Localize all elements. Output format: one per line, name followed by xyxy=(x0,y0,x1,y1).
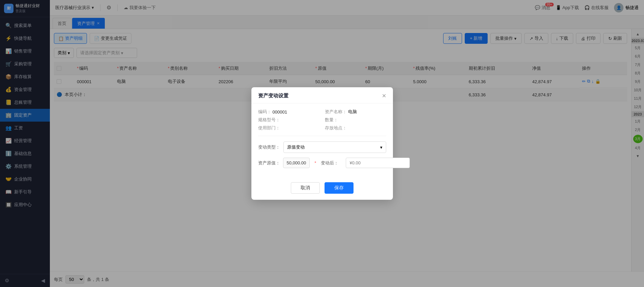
dialog-location-label: 存放地点： xyxy=(325,125,347,131)
original-value-display: 50,000.00 xyxy=(283,158,310,168)
change-type-value: 原值变动 xyxy=(287,144,305,150)
dialog-asset-name-label: 资产名称： xyxy=(325,109,347,115)
dialog-department-label: 使用部门： xyxy=(258,125,280,131)
cancel-button[interactable]: 取消 xyxy=(291,182,320,194)
dialog-asset-name-value: 电脑 xyxy=(348,109,357,115)
dialog-code-field: 编码： 000001 xyxy=(258,109,319,115)
dialog-asset-name-field: 资产名称： 电脑 xyxy=(325,109,386,115)
dialog-spec-field: 规格型号： xyxy=(258,117,319,123)
dialog-spec-label: 规格型号： xyxy=(258,117,280,123)
dialog-department-field: 使用部门： xyxy=(258,125,319,131)
dialog-overlay: 资产变动设置 ✕ 编码： 000001 资产名称： 电脑 规格型号： 数 xyxy=(0,0,644,287)
dialog-title: 资产变动设置 xyxy=(258,93,288,99)
change-type-label: 变动类型： xyxy=(258,144,280,150)
dialog-close-button[interactable]: ✕ xyxy=(382,93,386,99)
change-type-select[interactable]: 原值变动 ▾ xyxy=(283,141,386,153)
dialog-quantity-field: 数量： xyxy=(325,117,386,123)
save-button[interactable]: 保存 xyxy=(325,182,354,194)
dialog-body: 编码： 000001 资产名称： 电脑 规格型号： 数量： 使用部门： xyxy=(251,103,393,178)
value-row: 资产原值： 50,000.00 * 变动后： xyxy=(258,158,386,168)
dialog-footer: 取消 保存 xyxy=(251,178,393,200)
after-change-label: 变动后： xyxy=(321,160,342,166)
after-change-input[interactable] xyxy=(346,158,410,168)
change-type-row: 变动类型： 原值变动 ▾ xyxy=(258,141,386,153)
dialog-code-label: 编码： xyxy=(258,109,271,115)
dialog-info-grid: 编码： 000001 资产名称： 电脑 规格型号： 数量： 使用部门： xyxy=(258,109,386,136)
dialog-code-value: 000001 xyxy=(273,109,287,115)
dialog-header: 资产变动设置 ✕ xyxy=(251,87,393,103)
dialog-location-field: 存放地点： xyxy=(325,125,386,131)
dialog-quantity-label: 数量： xyxy=(325,117,338,123)
original-value-label: 资产原值： xyxy=(258,160,280,166)
after-change-required-icon: * xyxy=(314,160,316,165)
change-type-chevron-icon: ▾ xyxy=(380,145,382,150)
asset-change-dialog: 资产变动设置 ✕ 编码： 000001 资产名称： 电脑 规格型号： 数 xyxy=(251,87,393,200)
